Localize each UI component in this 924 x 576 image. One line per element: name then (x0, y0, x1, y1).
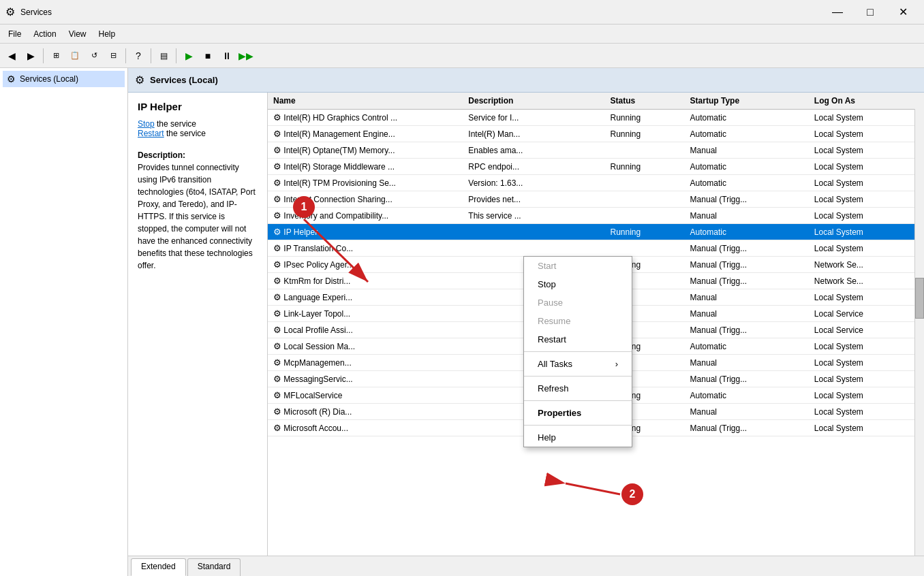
service-logon-cell: Local System (809, 208, 924, 224)
col-startup[interactable]: Startup Type (685, 93, 809, 110)
tab-extended[interactable]: Extended (131, 558, 186, 576)
service-logon-cell: Local System (809, 191, 924, 208)
context-menu-item[interactable]: Restart (524, 330, 632, 349)
table-row[interactable]: ⚙ Intel(R) Storage Middleware ...RPC end… (268, 159, 924, 175)
service-logon-cell: Local System (809, 142, 924, 159)
col-status[interactable]: Status (605, 93, 685, 110)
service-status-cell: Running (605, 224, 685, 240)
description-text: Provides tunnel connectivity using IPv6 … (138, 163, 256, 270)
pause-service-button[interactable]: ⏸ (218, 47, 236, 65)
service-logon-cell: Local System (809, 224, 924, 240)
info-pane: IP Helper Stop the service Restart the s… (128, 93, 268, 556)
context-menu-item[interactable]: All Tasks› (524, 355, 632, 373)
gear-icon: ⚙ (273, 112, 281, 123)
col-name[interactable]: Name (268, 93, 463, 110)
sidebar-item-services-local[interactable]: ⚙ Services (Local) (3, 71, 125, 87)
resume-service-button[interactable]: ▶▶ (237, 47, 255, 65)
close-button[interactable]: ✕ (887, 2, 919, 22)
service-status-cell: Running (605, 110, 685, 126)
service-startup-cell: Manual (Trigg... (685, 273, 809, 289)
minimize-button[interactable]: — (822, 2, 853, 22)
service-desc-cell: Provides net... (463, 191, 604, 208)
view-toggle-button[interactable]: ▤ (155, 47, 172, 65)
stop-link[interactable]: Stop (138, 119, 155, 129)
menu-file[interactable]: File (3, 27, 27, 41)
service-status-cell (605, 142, 685, 159)
context-menu-item[interactable]: Help (524, 428, 632, 447)
menu-help[interactable]: Help (93, 27, 121, 41)
service-startup-cell: Manual (Trigg... (685, 371, 809, 387)
tab-standard[interactable]: Standard (187, 558, 241, 576)
right-panel: ⚙ Services (Local) IP Helper Stop the se… (128, 68, 924, 576)
panel-split: IP Helper Stop the service Restart the s… (128, 93, 924, 556)
services-header-title: Services (Local) (150, 75, 218, 85)
gear-icon: ⚙ (273, 210, 281, 221)
service-status-cell (605, 191, 685, 208)
context-menu-separator (524, 376, 632, 377)
service-startup-cell: Automatic (685, 224, 809, 240)
show-hide-action-button[interactable]: ↺ (85, 47, 103, 65)
show-console-tree-button[interactable]: ⊞ (47, 47, 65, 65)
restart-link[interactable]: Restart (138, 129, 164, 138)
service-name-cell: ⚙ Local Session Ma... (268, 338, 463, 355)
service-name-cell: ⚙ Intel(R) HD Graphics Control ... (268, 110, 463, 126)
table-row[interactable]: ⚙ Inventory and Compatibility...This ser… (268, 208, 924, 224)
table-row[interactable]: ⚙ Intel(R) TPM Provisioning Se...Version… (268, 175, 924, 191)
description-title: Description: (138, 150, 185, 160)
table-row[interactable]: ⚙ Intel(R) Optane(TM) Memory...Enables a… (268, 142, 924, 159)
service-logon-cell: Local Service (809, 322, 924, 338)
menu-view[interactable]: View (63, 27, 92, 41)
restart-suffix: the service (164, 129, 206, 138)
service-name-cell: ⚙ Link-Layer Topol... (268, 306, 463, 322)
col-logon[interactable]: Log On As (809, 93, 924, 110)
service-logon-cell: Local Service (809, 306, 924, 322)
service-desc-cell: Version: 1.63... (463, 175, 604, 191)
bottom-tabs: Extended Standard (128, 556, 924, 576)
service-name-cell: ⚙ IP Translation Co... (268, 240, 463, 257)
service-name-cell: ⚙ McpManagemen... (268, 355, 463, 371)
menu-action[interactable]: Action (28, 27, 61, 41)
service-startup-cell: Manual (685, 208, 809, 224)
back-button[interactable]: ◀ (3, 47, 20, 65)
sidebar-item-label: Services (Local) (20, 74, 78, 84)
service-description: Description: Provides tunnel connectivit… (138, 149, 258, 272)
context-menu-item[interactable]: Refresh (524, 379, 632, 398)
scrollbar[interactable] (914, 93, 924, 556)
service-startup-cell: Automatic (685, 126, 809, 142)
table-row[interactable]: ⚙ IP Translation Co...Manual (Trigg...Lo… (268, 240, 924, 257)
properties-button[interactable]: ⊟ (104, 47, 122, 65)
service-title: IP Helper (138, 101, 258, 112)
forward-button[interactable]: ▶ (22, 47, 40, 65)
service-status-cell (605, 208, 685, 224)
up-one-level-button[interactable]: 📋 (66, 47, 84, 65)
service-startup-cell: Manual (685, 142, 809, 159)
gear-icon: ⚙ (273, 390, 281, 400)
col-description[interactable]: Description (463, 93, 604, 110)
table-row[interactable]: ⚙ Internet Connection Sharing...Provides… (268, 191, 924, 208)
service-name-cell: ⚙ IPsec Policy Ager... (268, 257, 463, 273)
service-name-cell: ⚙ Intel(R) Management Engine... (268, 126, 463, 142)
service-logon-cell: Local System (809, 355, 924, 371)
maximize-button[interactable]: □ (854, 2, 886, 22)
service-startup-cell: Automatic (685, 338, 809, 355)
gear-icon: ⚙ (273, 308, 281, 319)
table-row[interactable]: ⚙ Intel(R) Management Engine...Intel(R) … (268, 126, 924, 142)
context-menu: StartStopPauseResumeRestartAll Tasks›Ref… (523, 256, 632, 447)
service-name-cell: ⚙ Microsoft Accou... (268, 420, 463, 436)
help-button[interactable]: ? (129, 47, 147, 65)
gear-icon: ⚙ (273, 194, 281, 204)
context-menu-item[interactable]: Stop (524, 275, 632, 293)
stop-suffix: the service (155, 119, 196, 129)
stop-service-button[interactable]: ■ (199, 47, 217, 65)
table-row[interactable]: ⚙ IP HelperRunningAutomaticLocal System (268, 224, 924, 240)
context-menu-item[interactable]: Properties (524, 404, 632, 422)
service-name-cell: ⚙ Local Profile Assi... (268, 322, 463, 338)
service-startup-cell: Manual (Trigg... (685, 420, 809, 436)
window-title: Services (20, 7, 52, 17)
services-list-container[interactable]: Name Description Status Startup Type Log… (268, 93, 924, 556)
service-startup-cell: Manual (685, 306, 809, 322)
start-service-button[interactable]: ▶ (180, 47, 198, 65)
sidebar: ⚙ Services (Local) (0, 68, 128, 576)
scrollbar-thumb[interactable] (915, 278, 924, 319)
table-row[interactable]: ⚙ Intel(R) HD Graphics Control ...Servic… (268, 110, 924, 126)
